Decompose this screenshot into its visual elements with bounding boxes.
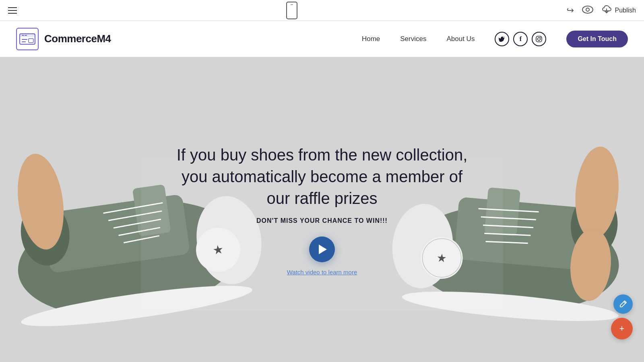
- hamburger-line-3: [8, 13, 17, 14]
- get-in-touch-button[interactable]: Get In Touch: [566, 31, 628, 47]
- hamburger-line-1: [8, 7, 17, 8]
- toolbar: ↩ Publish: [0, 0, 644, 21]
- toolbar-left: [8, 7, 17, 14]
- logo-text: CommerceM4: [44, 33, 111, 45]
- plus-icon: +: [619, 324, 625, 333]
- nav-link-services[interactable]: Services: [400, 35, 426, 43]
- instagram-icon[interactable]: [532, 32, 546, 46]
- nav-item-home[interactable]: Home: [362, 35, 380, 43]
- hero-background: ★: [0, 57, 644, 362]
- hero-headline: If you buy shoes from the new collection…: [171, 144, 473, 209]
- fab-add-button[interactable]: +: [611, 318, 633, 339]
- hero-section: ★: [0, 57, 644, 362]
- svg-point-1: [586, 8, 589, 11]
- site-header: CommerceM4 Home Services About Us f: [0, 21, 644, 57]
- video-play-wrapper: Watch video to learn more: [287, 237, 357, 276]
- nav-link-about[interactable]: About Us: [446, 35, 475, 43]
- nav-link-home[interactable]: Home: [362, 35, 380, 43]
- svg-rect-9: [536, 36, 542, 42]
- play-triangle-icon: [319, 245, 327, 254]
- facebook-icon[interactable]: f: [513, 32, 528, 46]
- logo-icon: [16, 28, 39, 50]
- publish-label: Publish: [615, 7, 636, 14]
- svg-point-0: [582, 6, 593, 13]
- nav-item-about[interactable]: About Us: [446, 35, 475, 43]
- hamburger-line-2: [8, 10, 17, 11]
- eye-preview-icon[interactable]: [582, 6, 593, 15]
- publish-button[interactable]: Publish: [601, 5, 636, 16]
- mobile-preview-icon[interactable]: [286, 2, 297, 19]
- nav-item-services[interactable]: Services: [400, 35, 426, 43]
- social-icons: f: [495, 32, 546, 46]
- publish-cloud-icon: [601, 5, 612, 16]
- svg-point-11: [540, 37, 541, 38]
- hero-subheadline: DON'T MISS YOUR CHANCE TO WIN!!!: [256, 217, 388, 224]
- fab-edit-button[interactable]: [613, 294, 633, 314]
- nav-area: Home Services About Us f: [362, 31, 628, 47]
- hamburger-menu-icon[interactable]: [8, 7, 17, 14]
- video-link-label[interactable]: Watch video to learn more: [287, 269, 357, 276]
- svg-rect-6: [29, 39, 33, 43]
- svg-point-10: [538, 37, 541, 40]
- undo-icon[interactable]: ↩: [567, 5, 574, 16]
- logo-area: CommerceM4: [16, 28, 111, 50]
- nav-links: Home Services About Us: [362, 35, 475, 43]
- twitter-icon[interactable]: [495, 32, 509, 46]
- play-video-button[interactable]: [309, 237, 335, 262]
- hero-content: If you buy shoes from the new collection…: [0, 57, 644, 362]
- toolbar-right: ↩ Publish: [567, 5, 636, 16]
- toolbar-center: [286, 2, 297, 19]
